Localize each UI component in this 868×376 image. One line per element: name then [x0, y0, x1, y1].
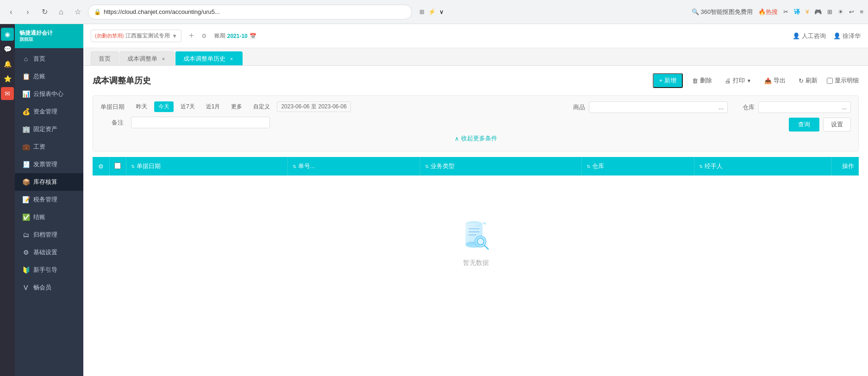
browser-refresh-btn[interactable]: ↻ [38, 6, 51, 19]
settings-icon[interactable]: ⚙ [201, 32, 207, 39]
remark-input[interactable] [131, 117, 270, 128]
nav-icon-fixed-assets: 🏢 [22, 125, 30, 133]
page-actions: + 新增 🗑 删除 🖨 打印 ▼ 📤 导出 ↻ [653, 73, 859, 88]
browser-game-tool[interactable]: 🎮 [814, 8, 822, 15]
company-selector[interactable]: (勿删勿禁用) 江西服宝测试专用 ▼ [91, 30, 181, 42]
select-all-checkbox[interactable] [114, 163, 121, 169]
collapse-btn[interactable]: ∧ 收起更多条件 [100, 132, 851, 145]
calendar-icon[interactable]: 📅 [250, 33, 256, 39]
browser-wallet-tool[interactable]: ¥ [806, 8, 809, 15]
goods-select[interactable]: ... [589, 101, 728, 113]
icon-bar-bell[interactable]: 🔔 [1, 57, 14, 70]
sidebar-item-reports[interactable]: 📊云报表中心 [15, 85, 83, 103]
user-avatar[interactable]: 👤 徐泽华 [833, 32, 861, 40]
sidebar-item-home[interactable]: ⌂首页 [15, 50, 83, 68]
add-company-btn[interactable]: + [189, 31, 194, 41]
last1month-btn[interactable]: 近1月 [202, 101, 225, 112]
app-logo-sub: 旗舰版 [19, 36, 53, 43]
icon-bar-chat[interactable]: 💬 [1, 43, 14, 56]
th-settings[interactable]: ⚙ [93, 157, 109, 175]
more-btn[interactable]: 更多 [227, 101, 246, 112]
th-operator[interactable]: ⇅ 经手人 [694, 157, 831, 175]
sidebar-item-salary[interactable]: 💼工资 [15, 138, 83, 156]
browser-search-tool[interactable]: 🔍 360智能抠图免费用 [692, 8, 753, 16]
delete-btn[interactable]: 🗑 删除 [688, 75, 716, 87]
tab-cost-adjust-history[interactable]: 成本调整单历史× [175, 51, 243, 65]
refresh-icon: ↻ [799, 77, 804, 84]
browser-back-btn[interactable]: ‹ [5, 6, 18, 19]
nav-icon-inventory: 📦 [22, 178, 30, 186]
icon-bar-message[interactable]: ✉ [1, 87, 14, 100]
th-checkbox[interactable] [109, 157, 126, 175]
browser-undo-tool[interactable]: ↩ [849, 8, 854, 15]
nav-icon-settings: ⚙ [22, 249, 30, 256]
nav-icon-membership: Ⅴ [22, 284, 30, 291]
filter-warehouse-label: 仓库 [731, 103, 755, 112]
column-settings-icon[interactable]: ⚙ [98, 163, 104, 170]
th-bill-date[interactable]: ⇅ 单据日期 [126, 157, 287, 175]
custom-btn[interactable]: 自定义 [249, 101, 274, 112]
th-bill-no[interactable]: ⇅ 单号... [287, 157, 420, 175]
sidebar-item-invoice[interactable]: 🧾发票管理 [15, 156, 83, 173]
browser-sun-tool[interactable]: ☀ [838, 8, 843, 15]
icon-bar: ◉ 💬 🔔 ⭐ ✉ [0, 24, 15, 376]
sidebar-label-membership: 畅会员 [33, 283, 51, 292]
th-biz-type[interactable]: ⇅ 业务类型 [420, 157, 582, 175]
icon-bar-logo[interactable]: ◉ [1, 28, 14, 41]
headset-icon: 👤 [793, 32, 800, 39]
browser-cut-tool[interactable]: ✂ [783, 8, 788, 15]
th-ops: 操作 [831, 157, 859, 175]
yesterday-btn[interactable]: 昨天 [132, 101, 151, 112]
icon-bar-star[interactable]: ⭐ [1, 72, 14, 85]
filter-remark-label: 备注 [100, 119, 124, 127]
sidebar-item-checkout[interactable]: ✅结账 [15, 208, 83, 226]
tab-cost-adjust[interactable]: 成本调整单× [119, 51, 175, 65]
sidebar-item-funds[interactable]: 💰资金管理 [15, 103, 83, 120]
print-btn[interactable]: 🖨 打印 ▼ [721, 75, 755, 87]
table-body: 暂无数据 [93, 175, 859, 304]
sidebar-item-ledger[interactable]: 📋总账 [15, 68, 83, 85]
browser-address-bar[interactable]: 🔒 https://cloud.chanjet.com/accounting/u… [88, 5, 412, 19]
settings-filter-btn[interactable]: 设置 [823, 118, 851, 132]
sidebar-item-settings[interactable]: ⚙基础设置 [15, 244, 83, 261]
sort-icon-left-4: ⇅ [587, 164, 590, 169]
sidebar-item-inventory[interactable]: 📦库存核算 [15, 173, 83, 191]
sidebar-item-fixed-assets[interactable]: 🏢固定资产 [15, 120, 83, 138]
export-btn[interactable]: 📤 导出 [761, 75, 789, 87]
show-detail-toggle[interactable]: 显示明细 [827, 76, 859, 85]
sidebar-item-tax[interactable]: 📝税务管理 [15, 191, 83, 208]
browser-grid-tool[interactable]: ⊞ [827, 8, 832, 15]
sort-icon-left-5: ⇅ [699, 164, 703, 169]
sidebar-label-guide: 新手引导 [33, 266, 57, 274]
th-warehouse[interactable]: ⇅ 仓库 [582, 157, 694, 175]
sidebar-label-tax: 税务管理 [33, 195, 57, 204]
browser-home-btn[interactable]: ⌂ [55, 6, 68, 19]
warehouse-dots[interactable]: ... [842, 104, 847, 111]
sidebar-item-membership[interactable]: Ⅴ畅会员 [15, 279, 83, 296]
new-btn[interactable]: + 新增 [653, 73, 683, 88]
warehouse-select[interactable]: ... [758, 101, 851, 113]
collapse-chevron-icon: ∧ [455, 135, 459, 142]
show-detail-checkbox[interactable] [827, 78, 833, 84]
empty-state: 暂无数据 [93, 175, 859, 304]
sidebar-item-archive[interactable]: 🗂归档管理 [15, 226, 83, 244]
date-range-display[interactable]: 2023-06-06 至 2023-06-06 [277, 101, 350, 112]
tab-close-cost-adjust-history[interactable]: × [228, 56, 235, 62]
last7days-btn[interactable]: 近7天 [176, 101, 199, 112]
browser-forward-btn[interactable]: › [21, 6, 34, 19]
goods-dots[interactable]: ... [718, 104, 724, 111]
browser-star-btn[interactable]: ☆ [71, 6, 84, 19]
customer-service-btn[interactable]: 👤 人工咨询 [793, 32, 826, 40]
sort-icon-left-3: ⇅ [425, 164, 429, 169]
query-btn[interactable]: 查询 [789, 118, 819, 132]
browser-translate-tool[interactable]: 译 [794, 8, 800, 16]
refresh-btn[interactable]: ↻ 刷新 [795, 75, 821, 87]
browser-menu-tool[interactable]: ≡ [860, 8, 863, 15]
filter-row-remark: 备注 [100, 117, 543, 128]
sidebar-label-ledger: 总账 [33, 72, 45, 81]
period-value: 2021-10 [227, 33, 248, 39]
today-btn[interactable]: 今天 [154, 101, 174, 112]
tab-close-cost-adjust[interactable]: × [160, 56, 167, 62]
tab-home[interactable]: 首页 [91, 51, 119, 65]
sidebar-item-guide[interactable]: 🔰新手引导 [15, 261, 83, 279]
